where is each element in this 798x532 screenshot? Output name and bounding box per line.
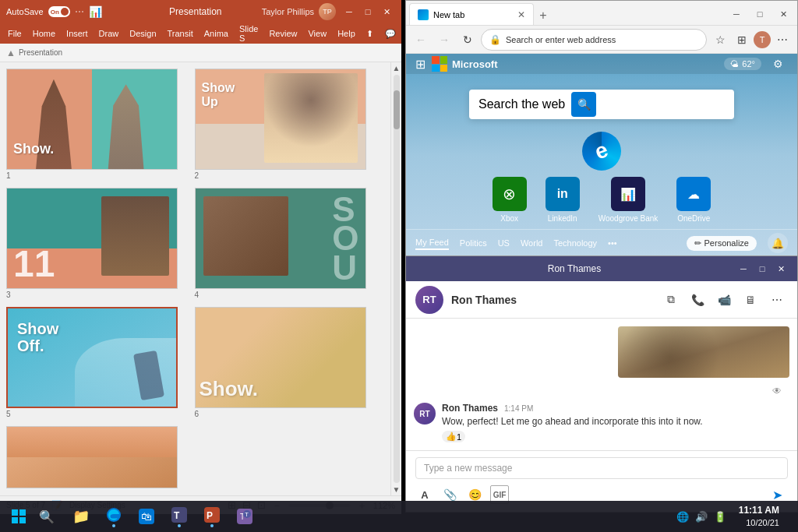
ribbon-expand[interactable]: ⋯: [75, 6, 84, 17]
teams-video-btn[interactable]: 📹: [713, 289, 735, 311]
taskbar-sys-icons: 🌐 🔊 🔋: [672, 511, 731, 523]
share-button[interactable]: ⬆: [362, 25, 379, 42]
nav-myfeed[interactable]: My Feed: [415, 236, 449, 250]
ppt-win-controls: ─ □ ✕: [341, 3, 395, 20]
scroll-up-btn[interactable]: ▲: [393, 64, 401, 72]
taskbar-show-desktop[interactable]: [787, 501, 792, 532]
slide-thumb-2[interactable]: ShowUp: [195, 69, 366, 170]
slide-thumb-1[interactable]: Show.: [6, 69, 178, 170]
ms-search-button[interactable]: 🔍: [571, 92, 596, 117]
win-logo-q2: [19, 509, 26, 516]
menu-file[interactable]: File: [3, 27, 26, 40]
taskbar-app-edge[interactable]: [98, 501, 129, 532]
teams-more-btn[interactable]: ⋯: [766, 289, 788, 311]
taskbar-app-teams[interactable]: T: [164, 501, 195, 532]
taskbar-right: 🌐 🔊 🔋 11:11 AM 10/20/21: [672, 501, 792, 532]
onedrive-symbol: ☁: [687, 187, 700, 202]
ms-waffle-icon[interactable]: ⊞: [415, 57, 425, 72]
ppt-scrollbar[interactable]: ▲ ▼: [390, 62, 401, 495]
edge-maximize-btn[interactable]: □: [749, 6, 771, 22]
edge-close-btn[interactable]: ✕: [772, 6, 794, 22]
xbox-symbol: ⊗: [503, 185, 516, 203]
shortcut-xbox[interactable]: ⊗ Xbox: [493, 177, 527, 223]
edge-tab-close-btn[interactable]: ✕: [517, 9, 525, 20]
teams-call-btn[interactable]: 📞: [687, 289, 708, 311]
edge-refresh-btn[interactable]: ↻: [457, 30, 478, 50]
edge-collections-btn[interactable]: ⊞: [732, 30, 752, 50]
menu-review[interactable]: Review: [264, 27, 302, 40]
taskbar-app-ppt[interactable]: P: [196, 501, 228, 532]
taskbar-app-teams2[interactable]: T T: [229, 501, 260, 532]
nav-world[interactable]: World: [521, 237, 543, 249]
taskbar-battery-icon[interactable]: 🔋: [714, 511, 726, 523]
edge-forward-btn[interactable]: →: [434, 30, 454, 50]
taskbar-network-icon[interactable]: 🌐: [676, 511, 689, 523]
edge-tab-newtab[interactable]: New tab ✕: [409, 3, 534, 25]
user-avatar[interactable]: TP: [319, 3, 336, 20]
taskbar-search-button[interactable]: 🔍: [34, 504, 59, 529]
teams-screen-btn[interactable]: 🖥: [740, 289, 761, 311]
nav-more[interactable]: •••: [608, 237, 617, 249]
slide-thumb-6[interactable]: Show.: [195, 307, 366, 408]
menu-view[interactable]: View: [303, 27, 331, 40]
menu-insert[interactable]: Insert: [62, 27, 93, 40]
edge-minimize-btn[interactable]: ─: [726, 6, 747, 22]
lock-icon: 🔒: [489, 34, 501, 45]
autosave-toggle[interactable]: On: [48, 6, 70, 17]
menu-design[interactable]: Design: [125, 27, 161, 40]
ppt-minimize-button[interactable]: ─: [341, 3, 358, 20]
linkedin-label: LinkedIn: [548, 214, 577, 223]
teams-minimize-btn[interactable]: ─: [735, 262, 752, 276]
teams-message-input[interactable]: Type a new message: [415, 457, 788, 479]
svg-text:T: T: [174, 510, 180, 521]
taskbar-volume-icon[interactable]: 🔊: [695, 511, 708, 523]
menu-home[interactable]: Home: [28, 27, 60, 40]
menu-anima[interactable]: Anima: [200, 27, 233, 40]
edge-profile-btn[interactable]: T: [754, 31, 771, 48]
taskbar-app-store[interactable]: 🛍: [131, 501, 162, 532]
menu-slides[interactable]: Slide S: [235, 23, 263, 44]
slide-thumb-7[interactable]: [6, 426, 178, 488]
nav-technology[interactable]: Technology: [553, 237, 597, 249]
taskbar-clock[interactable]: 11:11 AM 10/20/21: [734, 504, 784, 529]
scroll-down-btn[interactable]: ▼: [393, 485, 401, 494]
slide-thumb-4[interactable]: SOU: [195, 188, 366, 289]
taskbar-app-fileexplorer[interactable]: 📁: [65, 501, 97, 532]
menu-draw[interactable]: Draw: [94, 27, 124, 40]
ppt-close-button[interactable]: ✕: [378, 3, 395, 20]
teams-contact-avatar: RT: [415, 286, 443, 314]
edge-favorites-btn[interactable]: ☆: [710, 30, 730, 50]
ms-personalize-button[interactable]: ✏ Personalize: [687, 236, 757, 251]
edge-address-bar[interactable]: 🔒 Search or enter web address: [481, 29, 707, 51]
teams-window: Ron Thames ─ □ ✕ RT Ron Thames ⧉ 📞 📹 🖥 ⋯…: [405, 255, 798, 513]
slide-thumb-5[interactable]: ShowOff.: [6, 307, 178, 408]
taskbar-start-button[interactable]: [6, 504, 31, 529]
teams-close-btn[interactable]: ✕: [772, 262, 789, 276]
ms-search-box[interactable]: Search the web 🔍: [469, 90, 734, 119]
teams-expand-btn[interactable]: □: [754, 262, 771, 276]
edge-back-btn[interactable]: ←: [411, 30, 431, 50]
edge-settings-btn[interactable]: ⋯: [772, 30, 793, 50]
nav-politics[interactable]: Politics: [460, 237, 487, 249]
weather-badge: 🌤 62°: [724, 58, 761, 70]
ms-settings-btn[interactable]: ⚙: [768, 54, 788, 74]
teams-popout-btn[interactable]: ⧉: [660, 289, 682, 311]
slides-container[interactable]: Show. 1 ShowUp 2: [0, 62, 390, 495]
comment-button[interactable]: 💬: [382, 25, 399, 42]
nav-us[interactable]: US: [498, 237, 510, 249]
ms-notification-btn[interactable]: 🔔: [768, 233, 788, 253]
scroll-track[interactable]: [394, 75, 400, 483]
msg-header: Ron Thames 1:14 PM: [442, 403, 703, 414]
menu-transit[interactable]: Transit: [163, 27, 198, 40]
slide-wrapper-2: ShowUp 2: [195, 69, 376, 180]
teams-win-controls: ─ □ ✕: [735, 262, 789, 276]
menu-help[interactable]: Help: [333, 27, 360, 40]
shortcut-onedrive[interactable]: ☁ OneDrive: [676, 177, 711, 223]
slide-thumb-3[interactable]: 11: [6, 188, 178, 289]
edge-new-tab-button[interactable]: +: [534, 6, 553, 25]
edge-logo-circle: e: [582, 132, 621, 171]
shortcut-woodgrove[interactable]: 📊 Woodgrove Bank: [598, 177, 659, 223]
ppt-icon: P: [203, 506, 221, 523]
shortcut-linkedin[interactable]: in LinkedIn: [546, 177, 580, 223]
ppt-maximize-button[interactable]: □: [359, 3, 376, 20]
